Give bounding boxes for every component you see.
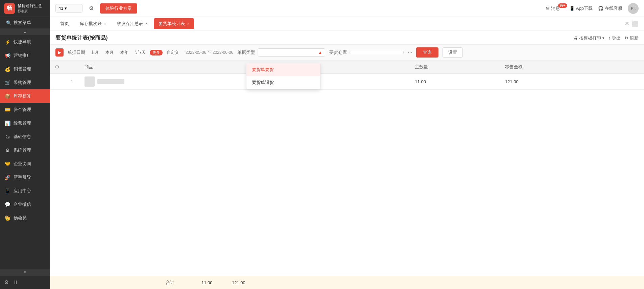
guide-label: 新手引导 — [14, 174, 31, 180]
sidebar-item-sales[interactable]: 💰 销售管理 — [0, 62, 50, 76]
close-all-icon[interactable]: ✕ — [625, 20, 629, 27]
table-body: 1 块 11.00 121.00 — [50, 74, 644, 90]
operations-label: 经营管理 — [14, 120, 31, 126]
top-header: 41 ▾ ⚙ 体验行业方案 ✉ 消息 99+ 📱 App下载 🎧 在线客服 Ri… — [50, 0, 644, 17]
product-thumbnail — [85, 76, 95, 87]
table-footer: 合计 11.00 121.00 — [50, 276, 644, 289]
sidebar-item-marketing[interactable]: 📢 营销推广 — [0, 49, 50, 62]
date-btn-this-month[interactable]: 本月 — [103, 49, 116, 56]
inventory-label: 库存核算 — [14, 93, 31, 99]
export-icon: ↑ — [609, 36, 611, 41]
tab-recv-summary-close[interactable]: × — [145, 22, 148, 26]
print-template-btn[interactable]: 🖨 按模板打印 ▾ — [573, 35, 604, 41]
tab-home-label: 首页 — [60, 21, 69, 27]
sidebar-item-purchase[interactable]: 🛒 采购管理 — [0, 76, 50, 89]
settings-gear-icon[interactable]: ⚙ — [87, 4, 96, 13]
search-icon: 🔍 — [6, 20, 11, 25]
wecom-icon: 💬 — [4, 201, 11, 208]
warehouse-select[interactable] — [350, 51, 404, 54]
company-selector[interactable]: 41 ▾ — [55, 4, 82, 13]
sidebar-scroll-down[interactable]: ▼ — [0, 269, 50, 275]
total-amount: 121.00 — [232, 280, 259, 285]
sales-icon: 💰 — [4, 66, 11, 72]
tab-order-stats[interactable]: 要货单统计表 × — [154, 18, 194, 29]
tab-stock-batch-close[interactable]: × — [104, 22, 106, 26]
settings-btn[interactable]: 设置 — [443, 47, 463, 58]
table-col-settings[interactable]: ⚙ — [50, 61, 64, 74]
tabs-actions: ✕ ⬜ — [625, 20, 639, 27]
refresh-btn[interactable]: ↻ 刷新 — [625, 35, 639, 41]
sidebar-scroll-up[interactable]: ▲ — [0, 28, 50, 35]
sidebar-item-guide[interactable]: 🚀 新手引导 — [0, 171, 50, 184]
tab-recv-summary-label: 收发存汇总表 — [117, 21, 143, 27]
messages-badge: 99+ — [558, 3, 567, 8]
sidebar-item-quick-nav[interactable]: ⚡ 快捷导航 — [0, 35, 50, 49]
dropdown-item-order-purchase[interactable]: 要货单要货 — [246, 63, 320, 76]
expand-tabs-icon[interactable]: ⬜ — [632, 20, 639, 27]
type-select[interactable]: ▲ — [258, 48, 325, 57]
export-btn[interactable]: ↑ 导出 — [609, 35, 621, 41]
system-icon: ⚙ — [4, 147, 11, 154]
row-settings-icon[interactable] — [50, 74, 64, 90]
finance-label: 资金管理 — [14, 107, 31, 113]
system-label: 系统管理 — [14, 147, 31, 153]
headset-icon: 🎧 — [598, 6, 603, 11]
messages-item[interactable]: ✉ 消息 99+ — [546, 5, 564, 12]
date-range-display: 2023-05-06 至 2023-06-06 — [186, 50, 233, 55]
filter-expand-btn[interactable]: ▶ — [55, 48, 64, 57]
purchase-icon: 🛒 — [4, 79, 11, 86]
warehouse-more-icon[interactable]: ··· — [408, 49, 412, 55]
date-btn-custom[interactable]: 自定义 — [164, 49, 182, 56]
date-btn-more[interactable]: 更多 — [150, 50, 163, 55]
sidebar-item-members[interactable]: 👑 畅会员 — [0, 211, 50, 225]
industry-btn[interactable]: 体验行业方案 — [100, 3, 137, 14]
print-expand-icon[interactable]: ▾ — [602, 36, 604, 40]
print-label: 按模板打印 — [579, 35, 601, 41]
main-content: 41 ▾ ⚙ 体验行业方案 ✉ 消息 99+ 📱 App下载 🎧 在线客服 Ri… — [50, 0, 644, 289]
date-btn-this-year[interactable]: 本年 — [118, 49, 131, 56]
date-filter-group: 单据日期 上月 本月 本年 近7天 更多 自定义 2023-05-06 至 20… — [68, 49, 233, 56]
table-col-extra — [610, 61, 644, 74]
row-num: 1 — [64, 74, 80, 90]
sidebar-item-wecom[interactable]: 💬 企业微信 — [0, 198, 50, 211]
finance-icon: 💳 — [4, 106, 11, 113]
search-menu-label: 搜索菜单 — [14, 20, 31, 26]
tab-stock-batch[interactable]: 库存批次账 × — [75, 18, 111, 29]
marketing-icon: 📢 — [4, 52, 11, 59]
online-service-item[interactable]: 🎧 在线客服 — [598, 5, 622, 12]
sidebar-item-finance[interactable]: 💳 资金管理 — [0, 103, 50, 116]
collapse-icon[interactable]: ⏸ — [13, 280, 18, 286]
header-left: 41 ▾ ⚙ 体验行业方案 — [55, 3, 137, 14]
tabs-bar: 首页 库存批次账 × 收发存汇总表 × 要货单统计表 × ✕ ⬜ — [50, 17, 644, 30]
sidebar-item-system[interactable]: ⚙ 系统管理 — [0, 143, 50, 157]
sidebar-item-basic[interactable]: 🗂 基础信息 — [0, 130, 50, 143]
purchase-label: 采购管理 — [14, 80, 31, 86]
basic-label: 基础信息 — [14, 134, 31, 140]
type-dropdown: 要货单要货 要货单退货 — [246, 63, 320, 89]
date-btn-last-month[interactable]: 上月 — [88, 49, 101, 56]
settings-footer-icon[interactable]: ⚙ — [4, 279, 9, 286]
tab-home[interactable]: 首页 — [55, 18, 74, 29]
tab-order-stats-close[interactable]: × — [187, 22, 189, 26]
sidebar-item-enterprise[interactable]: 🤝 企业协同 — [0, 157, 50, 171]
tab-order-stats-label: 要货单统计表 — [159, 21, 185, 27]
app-download-item[interactable]: 📱 App下载 — [569, 5, 593, 12]
avatar[interactable]: Rit — [628, 3, 639, 14]
date-btn-7days[interactable]: 近7天 — [133, 49, 148, 56]
dropdown-item-order-return[interactable]: 要货单退货 — [246, 76, 320, 89]
query-btn[interactable]: 查询 — [416, 47, 438, 58]
sidebar-item-inventory[interactable]: 📦 库存核算 — [0, 89, 50, 103]
sidebar-item-app-center[interactable]: 📱 应用中心 — [0, 184, 50, 198]
enterprise-label: 企业协同 — [14, 161, 31, 167]
sidebar: 畅 畅捷通好生意 标准版 🔍 搜索菜单 ▲ ⚡ 快捷导航 📢 营销推广 💰 销售… — [0, 0, 50, 289]
sidebar-item-operations[interactable]: 📊 经营管理 — [0, 116, 50, 130]
tab-recv-summary[interactable]: 收发存汇总表 × — [112, 18, 152, 29]
logo-name: 畅捷通好生意 — [18, 3, 42, 9]
page-actions: 🖨 按模板打印 ▾ ↑ 导出 ↻ 刷新 — [573, 35, 639, 41]
basic-icon: 🗂 — [4, 133, 11, 140]
operations-icon: 📊 — [4, 120, 11, 127]
enterprise-icon: 🤝 — [4, 160, 11, 167]
search-menu-item[interactable]: 🔍 搜索菜单 — [0, 17, 50, 28]
header-right: ✉ 消息 99+ 📱 App下载 🎧 在线客服 Rit — [546, 3, 639, 14]
warehouse-filter-label: 要货仓库 — [329, 49, 347, 55]
